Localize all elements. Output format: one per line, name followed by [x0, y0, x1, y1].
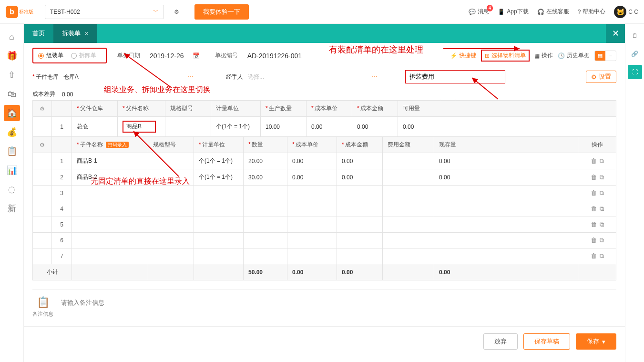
child-row[interactable]: 3🗑⧉: [33, 186, 616, 201]
scan-button[interactable]: 扫码录入: [106, 142, 129, 148]
radio-assemble[interactable]: 组装单: [38, 52, 63, 60]
gear-icon[interactable]: ⚙: [33, 101, 52, 117]
more-icon[interactable]: ⋯: [372, 73, 378, 80]
delete-icon[interactable]: 🗑: [591, 189, 597, 197]
copy-icon[interactable]: ⧉: [600, 221, 604, 228]
help-button[interactable]: ? 帮助中心: [578, 8, 606, 16]
tab-home[interactable]: 首页: [24, 24, 53, 43]
child-row[interactable]: 7🗑⧉: [33, 248, 616, 264]
copy-icon[interactable]: ⧉: [600, 157, 604, 165]
nav-up-icon[interactable]: ⇧: [4, 67, 20, 83]
remark-icon: 📋 备注信息: [32, 296, 53, 318]
chevron-down-icon: ▾: [602, 338, 605, 345]
delete-icon[interactable]: 🗑: [591, 237, 597, 244]
delete-icon[interactable]: 🗑: [591, 252, 597, 259]
nav-bag-icon[interactable]: 🛍: [4, 86, 20, 102]
copy-icon[interactable]: ⧉: [600, 189, 604, 197]
delete-icon[interactable]: 🗑: [591, 221, 597, 228]
close-all-tabs[interactable]: ✕: [606, 24, 625, 43]
copy-icon[interactable]: ⧉: [600, 252, 604, 259]
message-badge: 4: [487, 5, 493, 11]
child-table: ⚙ *子件名称扫码录入 规格型号 *计量单位 *数量 *成本单价 *成本金额 费…: [32, 136, 616, 280]
link-icon[interactable]: 🔗: [628, 47, 642, 61]
nav-cycle-icon[interactable]: ◌: [4, 181, 20, 197]
phone-icon: 📱: [498, 9, 505, 15]
fee-input[interactable]: [405, 70, 505, 83]
chevron-down-icon: ﹀: [153, 8, 159, 16]
nav-report-icon[interactable]: 📊: [4, 162, 20, 178]
child-row[interactable]: 1商品B-1个(1个 = 1个)20.000.000.000.00🗑⧉: [33, 153, 616, 169]
copy-icon[interactable]: ⧉: [600, 237, 604, 244]
nav-money-icon[interactable]: 💰: [4, 124, 20, 140]
material-list-button[interactable]: ⊞选择物料清单: [485, 52, 526, 60]
view-list-icon[interactable]: ≡: [605, 51, 616, 61]
nav-gift-icon[interactable]: 🎁: [4, 48, 20, 64]
handler-input[interactable]: 选择...: [248, 73, 264, 81]
settings-link[interactable]: ⚙设置: [586, 71, 616, 83]
child-row[interactable]: 5🗑⧉: [33, 217, 616, 233]
left-sidebar: ⌂ 🎁 ⇧ 🛍 🏠 💰 📋 📊 ◌ 新: [0, 24, 24, 362]
save-draft-button[interactable]: 保存草稿: [523, 333, 570, 350]
operations-button[interactable]: ▦操作: [534, 52, 553, 60]
tab-bar: 首页 拆装单 ✕ ✕: [24, 24, 625, 43]
user-menu[interactable]: 🐱 C C: [614, 6, 638, 18]
parent-row[interactable]: 1 总仓 商品B 个(1个 = 1个) 10.00 0.00 0.00 0.00: [33, 117, 616, 137]
try-button[interactable]: 我要体验一下: [194, 4, 249, 20]
settings-button[interactable]: ⚙: [170, 5, 183, 19]
handler-label: 经手人: [226, 73, 243, 81]
material-list-highlight: ⊞选择物料清单: [481, 50, 530, 62]
doc-type-radio-group: 组装单 拆卸单: [32, 48, 107, 63]
delete-icon[interactable]: 🗑: [591, 157, 597, 165]
app-download-button[interactable]: 📱 App下载: [498, 8, 528, 16]
message-icon: 💬: [469, 9, 476, 15]
subtotal-row: 小计 50.00 0.00 0.00 0.00: [33, 264, 616, 280]
close-icon[interactable]: ✕: [84, 31, 89, 37]
edition-label: 标准版: [19, 9, 33, 15]
nav-new-icon[interactable]: 新: [4, 200, 20, 217]
gear-icon[interactable]: ⚙: [33, 137, 52, 153]
nav-home-icon[interactable]: ⌂: [4, 29, 20, 45]
child-row[interactable]: 2商品B-2个(1个 = 1个)30.000.000.000.00🗑⧉: [33, 169, 616, 186]
cost-diff-label: 成本差异: [32, 90, 55, 98]
expand-icon[interactable]: ⛶: [628, 65, 642, 79]
remark-input[interactable]: [60, 296, 616, 309]
account-select[interactable]: TEST-H002 ﹀: [45, 5, 164, 19]
copy-icon[interactable]: ⧉: [600, 174, 604, 181]
doc-no-value: AD-20191226-001: [247, 52, 302, 60]
shortcut-button[interactable]: ⚡快捷键: [450, 52, 476, 60]
calendar-icon[interactable]: 📅: [193, 52, 200, 59]
parent-table: ⚙ *父件仓库 *父件名称 规格型号 计量单位 *生产数量 *成本单价 *成本金…: [32, 100, 616, 137]
app-logo: b: [6, 6, 18, 18]
save-button[interactable]: 保存▾: [576, 333, 616, 350]
child-row[interactable]: 6🗑⧉: [33, 233, 616, 248]
radio-unselected-icon: [71, 53, 77, 59]
history-icon: 🕓: [558, 52, 565, 59]
messages-button[interactable]: 💬 消息 4: [469, 8, 489, 16]
child-wh-value[interactable]: 仓库A: [63, 73, 79, 81]
avatar: 🐱: [614, 6, 626, 18]
tab-assembly-doc[interactable]: 拆装单 ✕: [53, 24, 97, 43]
help-icon: ?: [578, 9, 581, 15]
notes-icon[interactable]: 🗒: [628, 29, 642, 43]
nav-clipboard-icon[interactable]: 📋: [4, 143, 20, 159]
radio-disassemble[interactable]: 拆卸单: [71, 52, 96, 60]
nav-warehouse-icon[interactable]: 🏠: [4, 105, 20, 121]
discard-button[interactable]: 放弃: [483, 333, 518, 350]
cost-diff-value: 0.00: [62, 91, 73, 98]
view-grid-icon[interactable]: ▦: [595, 51, 605, 61]
delete-icon[interactable]: 🗑: [591, 205, 597, 212]
doc-date-value[interactable]: 2019-12-26: [150, 52, 184, 60]
history-button[interactable]: 🕓历史单据: [558, 52, 590, 60]
delete-icon[interactable]: 🗑: [591, 174, 597, 181]
headset-icon: 🎧: [537, 9, 544, 15]
copy-icon[interactable]: ⧉: [600, 205, 604, 212]
radio-selected-icon: [38, 53, 44, 59]
child-row[interactable]: 4🗑⧉: [33, 201, 616, 217]
parent-name-cell[interactable]: 商品B: [123, 121, 156, 133]
more-icon[interactable]: ⋯: [188, 73, 194, 80]
right-rail: 🗒 🔗 ⛶: [625, 24, 644, 362]
support-button[interactable]: 🎧 在线客服: [537, 8, 569, 16]
view-toggle: ▦ ≡: [594, 51, 616, 61]
grid-icon: ▦: [534, 52, 540, 59]
gear-icon: ⚙: [591, 73, 597, 81]
